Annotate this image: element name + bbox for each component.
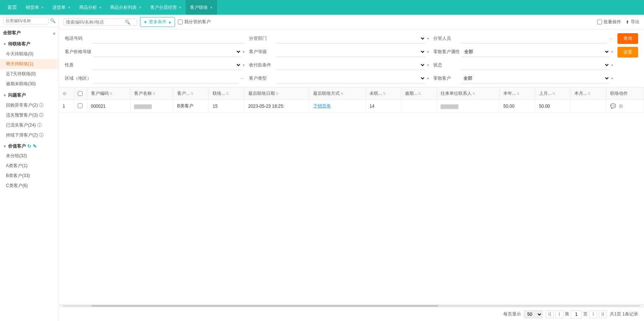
- collapse-icon[interactable]: «: [53, 30, 56, 36]
- nav-sales-order[interactable]: 销货单 ×: [21, 0, 48, 15]
- chevron-down-icon: ▾: [427, 63, 429, 67]
- filter-region-input[interactable]: [93, 73, 239, 83]
- th-last-month: 上月... ⇅: [535, 87, 570, 100]
- close-icon[interactable]: ×: [99, 5, 101, 10]
- chevron-down-icon: ▾: [427, 50, 429, 54]
- sidebar-item-tomorrow-contact[interactable]: 明天待联络(1): [0, 59, 59, 69]
- sidebar-item-tier-b[interactable]: B类客户(33): [0, 171, 59, 181]
- sort-icon[interactable]: ⇅: [517, 92, 519, 96]
- filter-nature-label: 性质: [65, 62, 91, 68]
- nav-product-analysis[interactable]: 商品分析 ×: [75, 0, 106, 15]
- nav-customer-contact[interactable]: 客户联络 ×: [186, 0, 217, 15]
- query-button[interactable]: 查询: [617, 33, 638, 44]
- edit-icon[interactable]: ✎: [33, 144, 37, 149]
- sort-icon[interactable]: ⇅: [588, 92, 591, 96]
- sort-icon[interactable]: ⇅: [472, 92, 475, 96]
- sidebar-item-abnormal-repurchase[interactable]: 回购异常客户(2) ⓘ: [0, 100, 59, 110]
- filter-payment-select[interactable]: [276, 60, 426, 70]
- sort-icon[interactable]: ⇅: [418, 92, 421, 96]
- sort-icon[interactable]: ⇅: [153, 92, 155, 96]
- nav-home[interactable]: 首页: [3, 0, 21, 15]
- sidebar-item-churned[interactable]: 已流失客户(24) ⓘ: [0, 120, 59, 130]
- filter-nature: 性质 ▾: [65, 60, 245, 70]
- sidebar-item-overdue-contact[interactable]: 逾期未联络(30): [0, 79, 59, 89]
- sort-icon[interactable]: ⇅: [190, 92, 193, 96]
- scrollbar-thumb[interactable]: [91, 305, 438, 307]
- close-icon[interactable]: ×: [210, 5, 212, 10]
- sidebar-search-input[interactable]: [3, 17, 49, 24]
- filter-dept-select[interactable]: [276, 33, 426, 44]
- search-input[interactable]: [66, 20, 125, 25]
- next-page-button[interactable]: ⟩: [589, 310, 597, 318]
- sort-icon[interactable]: ⇅: [109, 92, 112, 96]
- filter-customer-type: 客户类型 ▾: [249, 73, 429, 83]
- sidebar-item-ungrouped[interactable]: 未分组(32): [0, 151, 59, 161]
- filter-retail-customer-label: 零散客户: [433, 75, 459, 82]
- filter-customer-type-select[interactable]: [276, 73, 426, 83]
- close-icon[interactable]: ×: [68, 5, 70, 10]
- row-checkbox[interactable]: [78, 103, 83, 108]
- filter-retail-customer-select[interactable]: 全部: [461, 73, 610, 83]
- filter-phone-input[interactable]: [92, 33, 245, 44]
- gear-settings-icon[interactable]: ⚙: [63, 91, 67, 96]
- close-icon[interactable]: ×: [179, 5, 181, 10]
- sort-icon[interactable]: ⇅: [552, 92, 555, 96]
- sort-icon[interactable]: ⇅: [340, 92, 343, 96]
- sidebar-item-tier-c[interactable]: C类客户(6): [0, 181, 59, 191]
- more-filter-button[interactable]: ▼ 更多条件 ▲: [140, 17, 175, 27]
- filter-manager-input[interactable]: [461, 33, 607, 44]
- sidebar-item-tier-a[interactable]: A类客户(1): [0, 161, 59, 171]
- filter-customer-tier-select[interactable]: [276, 46, 426, 57]
- sidebar-item-churn-warning[interactable]: 流失预警客户(3) ⓘ: [0, 110, 59, 120]
- filter-price-tier-label: 客户价格等级: [65, 49, 91, 55]
- current-page-input[interactable]: [571, 310, 582, 318]
- sort-icon[interactable]: ⇅: [226, 92, 229, 96]
- filter-retail-attr-select[interactable]: 全部: [461, 46, 610, 57]
- th-checkbox: [74, 87, 87, 100]
- nav-purchase-order[interactable]: 进货单 ×: [48, 0, 74, 15]
- sidebar-item-declining[interactable]: 持续下滑客户(2) ⓘ: [0, 130, 59, 140]
- cell-name: ▓▓▓▓▓▓: [130, 100, 173, 113]
- filter-dots-icon[interactable]: ···: [609, 35, 613, 41]
- th-overdue: 逾期... ⇅: [401, 87, 437, 100]
- chevron-down-icon: ▾: [243, 50, 245, 54]
- sidebar-section-problem[interactable]: 问题客户: [0, 90, 59, 100]
- filter-nature-select[interactable]: [92, 60, 241, 70]
- filter-price-tier-select[interactable]: [93, 46, 241, 57]
- table-body: 1 000021 ▓▓▓▓▓▓ B类客户 15 2023-05-23 18:25…: [59, 100, 644, 113]
- first-page-button[interactable]: ⟨⟨: [546, 310, 554, 318]
- sort-icon[interactable]: ⇅: [276, 92, 279, 96]
- last-page-button[interactable]: ⟩⟩: [599, 310, 607, 318]
- contact-method-link[interactable]: 下销货单: [313, 103, 331, 108]
- action-icons: 💬 ⊞: [610, 103, 640, 109]
- all-customers-section: 全部客户 «: [0, 27, 59, 38]
- my-customers-checkbox[interactable]: [178, 20, 183, 24]
- horizontal-scrollbar[interactable]: [59, 304, 644, 307]
- export-button[interactable]: ⬆ 导出: [626, 19, 640, 25]
- filter-status-select[interactable]: [461, 60, 610, 70]
- refresh-icon[interactable]: ↻: [27, 144, 31, 149]
- sidebar-item-today-contact[interactable]: 今天待联络(0): [0, 49, 59, 59]
- close-icon[interactable]: ×: [41, 5, 43, 10]
- grid-icon[interactable]: ⊞: [619, 103, 623, 109]
- nav-product-analysis-list[interactable]: 商品分析列表 ×: [106, 0, 146, 15]
- sidebar-search-icon[interactable]: 🔍: [50, 18, 56, 23]
- batch-operation-button[interactable]: 批量操作: [597, 19, 621, 25]
- sort-icon[interactable]: ⇅: [383, 92, 386, 96]
- set-button[interactable]: 设置: [617, 47, 638, 58]
- th-contacts: 联络... ⇅: [209, 87, 244, 100]
- sidebar-section-pending[interactable]: 待联络客户: [0, 39, 59, 49]
- filter-dots-region-icon[interactable]: ···: [240, 75, 245, 81]
- batch-checkbox[interactable]: [597, 20, 602, 24]
- select-all-checkbox[interactable]: [78, 91, 83, 96]
- per-page-select[interactable]: 50 100 200: [524, 310, 543, 318]
- cell-last-month: 50.00: [535, 100, 570, 113]
- sidebar-item-7days-contact[interactable]: 近7天待联络(0): [0, 69, 59, 79]
- prev-page-button[interactable]: ⟨: [555, 310, 563, 318]
- comment-icon[interactable]: 💬: [610, 103, 616, 109]
- close-icon[interactable]: ×: [139, 5, 141, 10]
- filter-phone: 电话号码: [65, 33, 245, 44]
- my-customers-checkbox-item[interactable]: 我分管的客户: [178, 19, 211, 25]
- search-icon[interactable]: 🔍: [125, 20, 130, 25]
- nav-customer-tier[interactable]: 客户分层经营 ×: [146, 0, 186, 15]
